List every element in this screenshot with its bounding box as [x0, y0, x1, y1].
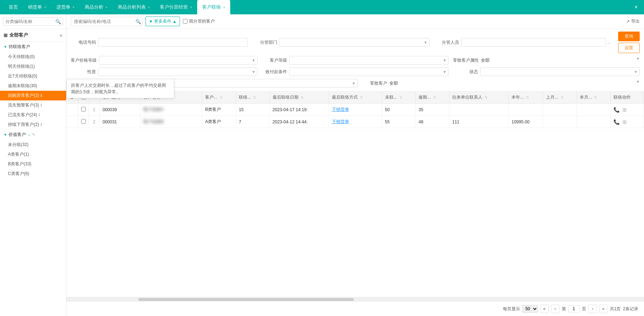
row2-last-method[interactable]: 下销货单: [329, 116, 382, 128]
row1-uncontacted: 50: [382, 104, 416, 116]
row2-select-checkbox[interactable]: [81, 119, 86, 124]
filter-scatter-cust-arrow: ▼: [636, 79, 640, 83]
tab-analysis[interactable]: 商品分析 ×: [80, 0, 113, 14]
settings-button[interactable]: 设置: [618, 43, 640, 53]
tab-analysis-list[interactable]: 商品分析列表 ×: [113, 0, 155, 14]
sidebar-item-c-class[interactable]: C类客户(6): [0, 169, 66, 179]
filter-icon: ▼: [149, 19, 153, 24]
col-uncontacted-sort: ⇅: [399, 95, 402, 99]
col-this-year[interactable]: 本年... ⇅: [509, 91, 543, 104]
tab-purchase-close[interactable]: ×: [73, 5, 75, 9]
sidebar-item-b-class[interactable]: B类客户(33): [0, 159, 66, 169]
col-unit-contact[interactable]: 往来单位联系人 ⇅: [449, 91, 508, 104]
filter-more-btn[interactable]: ▼ 更多条件 ▲: [145, 16, 180, 26]
sidebar-item-today[interactable]: 今天待联络(0): [0, 52, 66, 62]
tooltip-box: 距客户上次交易时长，超过了此客户的平均交易周期的1.5倍，则视为异常。: [66, 79, 174, 98]
horizontal-scrollbar[interactable]: [66, 297, 644, 301]
col-overdue[interactable]: 逾期... ⇅: [416, 91, 449, 104]
row1-last-method[interactable]: 下销货单: [329, 104, 382, 116]
table-area: ⚙ 客户编码 ⇅ 客户名称 ⇅ 客户... ⇅: [66, 91, 644, 297]
sidebar-item-tomorrow[interactable]: 明天待联络(1): [0, 62, 66, 71]
tab-home[interactable]: 首页: [4, 0, 23, 14]
tab-customer-contact[interactable]: 客户联络 ×: [197, 0, 230, 14]
pagination-bar: 每页显示 50 « ‹ 第 页 › » 共1页 2条记录: [66, 301, 644, 316]
my-customers-filter: 我分管的客户: [183, 18, 215, 24]
filter-field-status: 状态 ▼: [453, 67, 640, 76]
sidebar-item-7days[interactable]: 近7天待联络(0): [0, 71, 66, 81]
col-contact[interactable]: 联络... ⇅: [236, 91, 269, 104]
filter-field-price-level: 客户价格等级 ▼: [71, 56, 258, 65]
row1-this-month: [577, 104, 611, 116]
last-page-btn[interactable]: »: [599, 305, 608, 313]
sidebar-collapse-btn[interactable]: «: [60, 32, 62, 38]
tab-customer-contact-close[interactable]: ×: [223, 5, 225, 9]
row1-unit-contact: [449, 104, 508, 116]
row2-action-more-icon[interactable]: ⊞: [622, 119, 627, 125]
col-last-month[interactable]: 上月... ⇅: [543, 91, 577, 104]
row1-method-link[interactable]: 下销货单: [332, 107, 349, 112]
filter-search-button[interactable]: 🔍: [135, 19, 141, 24]
tab-analysis-close[interactable]: ×: [106, 5, 108, 9]
export-button[interactable]: ↗ 导出: [626, 18, 640, 24]
sidebar-item-overdue[interactable]: 逾期未联络(30): [0, 81, 66, 91]
col-uncontacted[interactable]: 未联... ⇅: [382, 91, 416, 104]
tab-sales[interactable]: 销货单 ×: [23, 0, 51, 14]
col-level[interactable]: 客户... ⇅: [202, 91, 236, 104]
tab-analysis-list-close[interactable]: ×: [148, 5, 150, 9]
window-close-button[interactable]: ×: [632, 3, 640, 11]
filter-price-level-select[interactable]: [99, 56, 258, 65]
per-page-select[interactable]: 50: [522, 305, 538, 313]
filter-row-1: 电话号码 分管部门 ▼ 分管人员 ...: [71, 32, 640, 53]
sidebar-group-pending[interactable]: ▼ 待联络客户: [0, 42, 66, 52]
filter-status-select[interactable]: [480, 67, 640, 76]
first-page-btn[interactable]: «: [540, 305, 549, 313]
tab-customer-layer[interactable]: 客户分层经营 ×: [155, 0, 197, 14]
filter-person-input[interactable]: [461, 38, 606, 47]
row1-contact: 15: [236, 104, 269, 116]
tab-sales-close[interactable]: ×: [44, 5, 46, 9]
filter-phone-input[interactable]: [98, 38, 248, 47]
sidebar-value-edit-icon[interactable]: ✎: [32, 132, 35, 137]
filter-person-ellipsis[interactable]: ...: [607, 40, 611, 45]
my-customers-checkbox[interactable]: [183, 19, 187, 24]
filter-payment-select[interactable]: [289, 67, 449, 76]
page-input[interactable]: [568, 305, 580, 312]
sidebar-item-a-class[interactable]: A类客户(1): [0, 150, 66, 159]
filter-actions: 查询 设置: [618, 32, 640, 53]
row1-action: 📞 ⊞: [610, 104, 644, 116]
sidebar-item-churned[interactable]: 已流失客户(24) ℹ: [0, 110, 66, 120]
prev-page-btn[interactable]: ‹: [551, 305, 560, 313]
query-button[interactable]: 查询: [618, 32, 640, 41]
sidebar-grid-icon: ⊞: [4, 33, 8, 38]
filter-search-input[interactable]: [71, 17, 143, 26]
row2-action-phone-icon[interactable]: 📞: [613, 119, 620, 125]
col-last-contact-date[interactable]: 最后联络日期 ⇅: [269, 91, 329, 104]
tab-purchase[interactable]: 进货单 ×: [51, 0, 80, 14]
col-last-date-sort: ⇅: [301, 95, 304, 99]
filter-nature-select[interactable]: [98, 67, 258, 76]
sidebar-item-declining[interactable]: 持续下滑客户(2) ℹ: [0, 120, 66, 129]
horizontal-scrollbar-thumb[interactable]: [138, 298, 354, 301]
col-this-month[interactable]: 本月... ⇅: [577, 91, 611, 104]
col-last-method-sort: ⇅: [360, 95, 363, 99]
row1-action-more-icon[interactable]: ⊞: [622, 107, 627, 113]
row2-code: 000031: [99, 116, 140, 128]
sidebar-item-repurchase-info-icon: ℹ: [41, 93, 42, 98]
filter-cust-level-select[interactable]: [289, 56, 449, 65]
row2-contact: 7: [236, 116, 269, 128]
col-this-year-sort: ⇅: [526, 95, 529, 99]
sidebar-item-unclassified[interactable]: 未分组(32): [0, 140, 66, 150]
sidebar-group-value[interactable]: ▼ 价值客户 ○ ✎: [0, 129, 66, 140]
sidebar-item-churn-warning[interactable]: 流失预警客户(3) ℹ: [0, 100, 66, 110]
filter-dept-select[interactable]: [279, 38, 429, 47]
next-page-btn[interactable]: ›: [588, 305, 597, 313]
tab-customer-layer-close[interactable]: ×: [190, 5, 192, 9]
col-last-contact-method[interactable]: 最后联络方式 ⇅: [329, 91, 382, 104]
sidebar-search-input[interactable]: [3, 17, 63, 26]
row1-select-checkbox[interactable]: [81, 107, 86, 112]
row1-action-phone-icon[interactable]: 📞: [613, 107, 620, 113]
row2-checkbox: [78, 116, 89, 128]
filter-bar: 🔍 ▼ 更多条件 ▲ 我分管的客户 ↗ 导出: [66, 14, 644, 29]
sidebar-item-repurchase-anomaly[interactable]: 回购异常客户(2) ℹ: [0, 91, 66, 100]
row2-method-link[interactable]: 下销货单: [332, 119, 349, 124]
